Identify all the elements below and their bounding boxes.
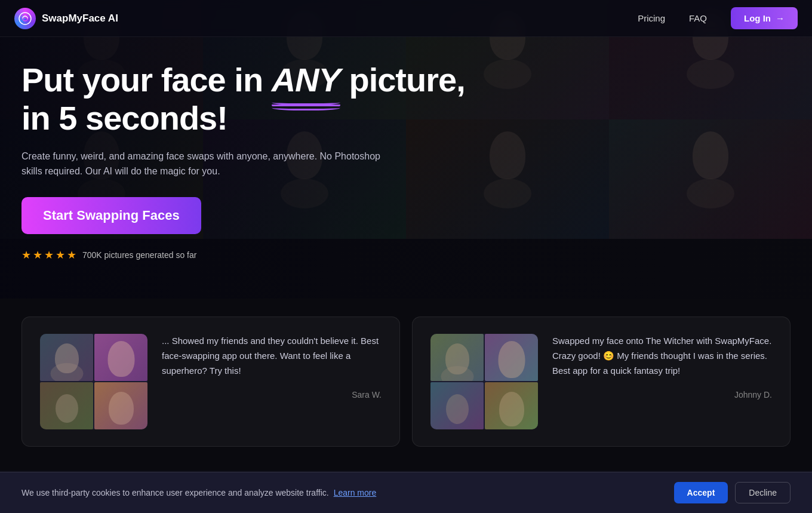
img-block-3	[40, 382, 93, 429]
img-block-4	[94, 382, 147, 429]
logo[interactable]: SwapMyFace AI	[14, 8, 118, 29]
arrow-right-icon: →	[776, 13, 785, 23]
img-block-2	[94, 334, 147, 381]
hero-section: Put your face in ANY picture, in 5 secon…	[0, 0, 812, 299]
testimonial-author-sara: Sara W.	[162, 390, 382, 400]
star-1: ★	[21, 248, 31, 262]
logo-text: SwapMyFace AI	[42, 13, 118, 24]
img-block-c3	[430, 382, 484, 429]
img-block-c1	[430, 334, 484, 381]
cookie-learn-more-link[interactable]: Learn more	[334, 488, 377, 497]
cookie-accept-button[interactable]: Accept	[674, 482, 728, 503]
cookie-text: We use third-party cookies to enhance us…	[21, 488, 329, 497]
nav-link-pricing[interactable]: Pricing	[638, 13, 665, 23]
star-3: ★	[44, 248, 54, 262]
cookie-banner: We use third-party cookies to enhance us…	[0, 472, 812, 513]
testimonial-image-sara	[40, 334, 147, 429]
testimonial-body-sara: ... Showed my friends and they couldn't …	[162, 334, 382, 400]
nav-links: Pricing FAQ Log In →	[638, 7, 798, 29]
img-block-1	[40, 334, 93, 381]
hero-title: Put your face in ANY picture, in 5 secon…	[21, 61, 475, 138]
svg-point-0	[19, 13, 31, 24]
testimonial-author-johnny: Johnny D.	[552, 390, 772, 400]
logo-icon	[14, 8, 36, 29]
hero-title-part1: Put your face in	[21, 61, 272, 99]
login-button[interactable]: Log In →	[731, 7, 798, 29]
hero-subtitle: Create funny, weird, and amazing face sw…	[21, 149, 392, 179]
testimonial-card-johnny: Swapped my face onto The Witcher with Sw…	[412, 317, 791, 447]
star-rating: ★ ★ ★ ★ ★	[21, 248, 76, 262]
testimonial-image-johnny	[430, 334, 538, 429]
star-2: ★	[33, 248, 42, 262]
navbar: SwapMyFace AI Pricing FAQ Log In →	[0, 0, 812, 37]
testimonial-body-johnny: Swapped my face onto The Witcher with Sw…	[552, 334, 772, 400]
stats-text: 700K pictures generated so far	[82, 250, 196, 260]
cookie-decline-button[interactable]: Decline	[735, 482, 791, 503]
any-underline	[272, 104, 340, 106]
cookie-actions: Accept Decline	[674, 482, 791, 503]
hero-title-any: ANY	[272, 61, 340, 99]
img-block-c2	[485, 334, 538, 381]
testimonial-text-sara: ... Showed my friends and they couldn't …	[162, 334, 382, 378]
testimonial-card-sara: ... Showed my friends and they couldn't …	[21, 317, 400, 447]
star-5: ★	[67, 248, 76, 262]
hero-content: Put your face in ANY picture, in 5 secon…	[0, 37, 812, 297]
hero-stats: ★ ★ ★ ★ ★ 700K pictures generated so far	[21, 248, 791, 262]
start-swapping-button[interactable]: Start Swapping Faces	[21, 197, 201, 234]
cookie-text-area: We use third-party cookies to enhance us…	[21, 488, 376, 497]
testimonial-text-johnny: Swapped my face onto The Witcher with Sw…	[552, 334, 772, 378]
star-4: ★	[56, 248, 65, 262]
testimonials-section: ... Showed my friends and they couldn't …	[0, 299, 812, 471]
nav-link-faq[interactable]: FAQ	[689, 13, 707, 23]
img-block-c4	[485, 382, 538, 429]
